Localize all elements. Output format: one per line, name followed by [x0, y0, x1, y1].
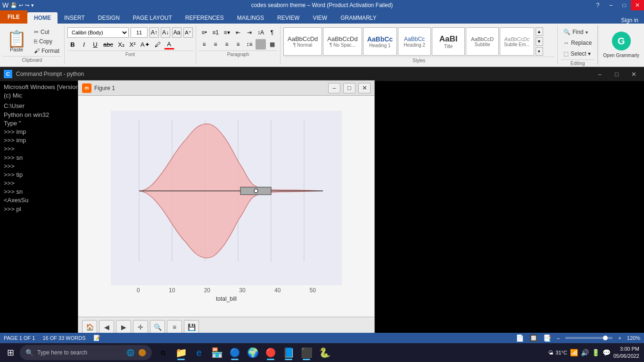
replace-button[interactable]: ↔ Replace	[561, 38, 594, 48]
justify-button[interactable]: ≡	[233, 39, 243, 49]
grammarly-open-button[interactable]: G	[612, 32, 631, 50]
style-h2-button[interactable]: AaBbCc Heading 2	[398, 27, 431, 56]
align-left-button[interactable]: ≡	[199, 39, 209, 49]
tab-review[interactable]: REVIEW	[271, 12, 306, 24]
cut-button[interactable]: ✂ Cut	[32, 28, 61, 36]
figure-restore-button[interactable]: □	[343, 83, 355, 93]
tab-file[interactable]: FILE	[0, 10, 27, 24]
decrease-indent-button[interactable]: ⇤	[233, 27, 243, 38]
tab-insert[interactable]: INSERT	[58, 12, 91, 24]
help-button[interactable]: ?	[591, 0, 604, 10]
paste-button[interactable]: 📋 Paste	[3, 27, 30, 55]
font-size-decrease-button[interactable]: A↓	[161, 27, 170, 38]
taskbar-search-box[interactable]: 🔍 Type here to search 🌐 🟠	[20, 345, 152, 360]
style-subtle-button[interactable]: AaBbCcDc Subtle Em...	[500, 27, 534, 56]
superscript-button[interactable]: X²	[127, 39, 138, 49]
borders-button[interactable]: ▦	[267, 39, 277, 49]
weather-widget[interactable]: 🌤 31°C	[548, 350, 567, 355]
fig-move-button[interactable]: ✛	[133, 320, 148, 334]
style-h1-button[interactable]: AaBbCc Heading 1	[363, 27, 397, 56]
sign-in-link[interactable]: Sign in	[615, 17, 644, 24]
styles-expand-button[interactable]: ▾	[536, 47, 543, 56]
sort-button[interactable]: ↕A	[256, 27, 266, 38]
format-painter-button[interactable]: 🖌 Format	[32, 47, 61, 55]
fig-back-button[interactable]: ◀	[99, 320, 114, 334]
select-button[interactable]: ⬚ Select ▾	[561, 49, 594, 58]
start-button[interactable]: ⊞	[2, 344, 19, 361]
cmd-minimize-button[interactable]: –	[593, 69, 606, 79]
tab-view[interactable]: VIEW	[306, 12, 334, 24]
zoom-minus-button[interactable]: –	[557, 335, 560, 341]
tab-home[interactable]: HOME	[27, 12, 58, 24]
font-size-increase-button[interactable]: A↑	[149, 27, 159, 38]
tab-grammarly[interactable]: GRAMMARLY	[334, 12, 383, 24]
show-formatting-button[interactable]: ¶	[267, 27, 277, 38]
web-layout-icon[interactable]: 🔲	[529, 334, 537, 342]
print-layout-icon[interactable]: 📄	[516, 334, 524, 342]
find-button[interactable]: 🔍 Find ▾	[561, 27, 594, 37]
taskbar-app-store[interactable]: 🏪	[208, 344, 225, 361]
tab-page-layout[interactable]: PAGE LAYOUT	[126, 12, 179, 24]
subscript-button[interactable]: X₂	[116, 39, 126, 49]
taskbar-clock[interactable]: 3:00 PM 05/06/2022	[613, 346, 639, 360]
fig-settings-button[interactable]: ≡	[167, 320, 182, 334]
network-icon[interactable]: 📶	[570, 349, 578, 356]
taskbar-app-word[interactable]: 📘	[280, 344, 297, 361]
close-button[interactable]: ✕	[631, 0, 644, 10]
font-case-button[interactable]: Aa	[172, 27, 182, 38]
numbering-button[interactable]: ≡1	[210, 27, 221, 38]
italic-button[interactable]: I	[79, 39, 89, 49]
redo-quick-btn[interactable]: ↪	[25, 2, 29, 8]
align-right-button[interactable]: ≡	[222, 39, 232, 49]
fig-save-button[interactable]: 💾	[184, 320, 199, 334]
cmd-close-button[interactable]: ✕	[627, 69, 640, 79]
restore-button[interactable]: □	[618, 0, 631, 10]
taskbar-app-chrome2[interactable]: 🔴	[262, 344, 279, 361]
text-highlight-button[interactable]: A⁺	[183, 27, 193, 38]
zoom-plus-button[interactable]: +	[618, 335, 621, 341]
font-color-button[interactable]: A	[164, 39, 174, 49]
style-title-button[interactable]: AaBI Title	[432, 27, 465, 56]
increase-indent-button[interactable]: ⇥	[244, 27, 255, 38]
taskbar-app-cmd[interactable]: ⬛	[298, 344, 315, 361]
styles-scroll-down-button[interactable]: ▼	[536, 37, 543, 46]
volume-icon[interactable]: 🔊	[581, 349, 589, 356]
taskbar-app-fileexplorer[interactable]: 📁	[173, 344, 190, 361]
line-spacing-button[interactable]: ↕≡	[244, 39, 255, 49]
font-size-input[interactable]	[131, 27, 148, 38]
cmd-restore-button[interactable]: □	[610, 69, 623, 79]
align-center-button[interactable]: ≡	[210, 39, 221, 49]
taskview-button[interactable]: ⧉	[155, 344, 172, 361]
copy-button[interactable]: ⎘ Copy	[32, 37, 61, 46]
bold-button[interactable]: B	[67, 39, 78, 49]
read-mode-icon[interactable]: 📑	[543, 334, 551, 342]
style-nospace-button[interactable]: AaBbCcDd ¶ No Spac...	[323, 27, 362, 56]
text-highlight-color-button[interactable]: 🖊	[153, 39, 163, 49]
tab-design[interactable]: DESIGN	[91, 12, 126, 24]
grammarly-label[interactable]: Open Grammarly	[603, 52, 639, 58]
customize-quick-btn[interactable]: ▾	[31, 2, 34, 8]
minimize-button[interactable]: –	[604, 0, 618, 10]
fig-zoom-button[interactable]: 🔍	[150, 320, 165, 334]
figure-minimize-button[interactable]: –	[328, 83, 340, 93]
notifications-icon[interactable]: 💬	[603, 349, 611, 356]
taskbar-app-chrome[interactable]: 🔵	[226, 344, 243, 361]
text-effects-button[interactable]: A✦	[139, 39, 152, 49]
tab-mailings[interactable]: MAILINGS	[231, 12, 271, 24]
style-subtitle-button[interactable]: AaBbCcD Subtitle	[466, 27, 499, 56]
save-quick-btn[interactable]: 💾	[10, 2, 17, 8]
multilevel-button[interactable]: ≡▾	[222, 27, 232, 38]
underline-button[interactable]: U	[90, 39, 100, 49]
fig-home-button[interactable]: 🏠	[82, 320, 97, 334]
taskbar-app-browser[interactable]: 🌍	[244, 344, 261, 361]
tab-references[interactable]: REFERENCES	[179, 12, 231, 24]
taskbar-app-python[interactable]: 🐍	[316, 344, 333, 361]
styles-scroll-up-button[interactable]: ▲	[536, 27, 543, 36]
font-family-select[interactable]: Calibri (Body)	[67, 27, 129, 38]
taskbar-app-edge[interactable]: e	[190, 344, 207, 361]
style-normal-button[interactable]: AaBbCcDd ¶ Normal	[283, 27, 322, 56]
undo-quick-btn[interactable]: ↩	[19, 2, 23, 8]
bullets-button[interactable]: ≡•	[199, 27, 209, 38]
fig-forward-button[interactable]: ▶	[116, 320, 131, 334]
shading-button[interactable]	[256, 39, 266, 49]
